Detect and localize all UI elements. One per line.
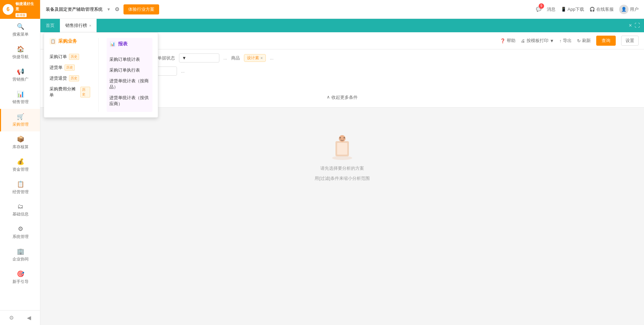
refresh-icon: ↻ <box>577 38 581 43</box>
doc-status-chevron: ▼ <box>182 55 186 60</box>
system-icon: ⚙ <box>18 225 23 233</box>
item-label: 采购订单执行表 <box>109 67 140 73</box>
doc-status-select[interactable]: ▼ <box>179 53 219 63</box>
header-gear-icon[interactable]: ⚙ <box>115 6 119 12</box>
refresh-button[interactable]: ↻ 刷新 <box>577 38 591 44</box>
basic-info-icon: 🗂 <box>17 203 24 210</box>
svg-point-0 <box>332 156 352 160</box>
sidebar-item-label: 快捷导航 <box>12 54 29 60</box>
empty-hint-2: 用[过滤]条件来缩小分析范围 <box>315 175 369 181</box>
dropdown-cols: 📋 采购业务 采购订单 历史 进货单 历史 进货退货 历史 采购费用分摊单 历史 <box>49 38 152 112</box>
sidebar-item-sales[interactable]: 📊 销售管理 <box>0 86 40 109</box>
header-app-download[interactable]: 📱 App下载 <box>561 6 584 12</box>
tabs-bar: 首页 销售排行榜 × × ⛶ <box>40 19 644 32</box>
dropdown-item-return[interactable]: 进货退货 历史 <box>49 73 90 84</box>
online-service-label: 在线客服 <box>596 6 614 12</box>
sidebar-item-inventory[interactable]: 📦 库存核算 <box>0 131 40 154</box>
tab-close-all-icon[interactable]: × <box>629 23 632 29</box>
export-label: 导出 <box>563 38 572 44</box>
tab-close-icon[interactable]: × <box>89 24 91 28</box>
sales-icon: 📊 <box>17 90 24 98</box>
help-button[interactable]: ❓ 帮助 <box>500 38 515 44</box>
dropdown-menu: 📋 采购业务 采购订单 历史 进货单 历史 进货退货 历史 采购费用分摊单 历史 <box>44 32 158 118</box>
history-badge-3: 历史 <box>80 87 90 97</box>
svg-point-4 <box>339 137 341 138</box>
template-print-label: 按模板打印 <box>527 38 548 44</box>
tab-home-label: 首页 <box>46 23 55 29</box>
tab-sales-rank-label: 销售排行榜 <box>65 23 87 29</box>
svg-point-5 <box>344 137 345 138</box>
settings-button[interactable]: 设置 <box>621 36 639 46</box>
sidebar-item-quick-nav[interactable]: 🏠 快捷导航 <box>0 41 40 64</box>
sidebar-item-label: 经营管理 <box>12 189 29 195</box>
sidebar-item-marketing[interactable]: 📢 营销推广 <box>0 64 40 86</box>
dropdown-item-order-exec[interactable]: 采购订单执行表 <box>109 65 150 76</box>
item-label: 进货退货 <box>49 75 67 81</box>
header-message[interactable]: 💬 9 消息 <box>536 6 556 12</box>
sidebar-item-label: 库存核算 <box>12 144 29 150</box>
dropdown-report-col: 📊 报表 采购订单统计表 采购订单执行表 进货单统计表（按商品） 进货单统计表（… <box>107 38 153 112</box>
purchase-col-title: 采购业务 <box>58 38 77 44</box>
sidebar: 6 畅捷通好生意 标准版 🔍 搜索菜单 🏠 快捷导航 📢 营销推广 📊 销售管理… <box>0 0 40 325</box>
sidebar-item-label: 销售管理 <box>12 99 29 105</box>
doc-status-dots[interactable]: ... <box>223 55 227 60</box>
sidebar-item-system[interactable]: ⚙ 系统管理 <box>0 221 40 244</box>
message-badge: 9 <box>539 3 544 9</box>
dropdown-item-order-stat[interactable]: 采购订单统计表 <box>109 54 150 65</box>
sidebar-item-enterprise[interactable]: 🏢 企业协同 <box>0 244 40 266</box>
marketing-icon: 📢 <box>17 68 24 75</box>
tab-home[interactable]: 首页 <box>40 19 60 32</box>
logo-text: 畅捷通好生意 标准版 <box>15 1 37 17</box>
report-col-icon: 📊 <box>109 41 116 47</box>
salesman-dots[interactable]: ... <box>181 69 185 74</box>
purchase-icon: 🛒 <box>17 113 24 120</box>
export-button[interactable]: ↑ 导出 <box>560 38 572 44</box>
header-right: 💬 9 消息 📱 App下载 🎧 在线客服 👤 用户 <box>536 5 639 14</box>
report-col-title: 报表 <box>118 41 128 47</box>
dropdown-purchase-header: 📋 采购业务 <box>49 38 90 47</box>
query-button[interactable]: 查询 <box>596 36 616 46</box>
inventory-icon: 📦 <box>17 135 24 143</box>
sidebar-collapse-button[interactable]: ◀ <box>27 315 31 321</box>
tab-sales-rank[interactable]: 销售排行榜 × <box>60 19 97 32</box>
logo-icon: 6 <box>3 4 13 15</box>
dropdown-item-purchase-order[interactable]: 采购订单 历史 <box>49 51 90 62</box>
sidebar-item-operations[interactable]: 📋 经营管理 <box>0 176 40 199</box>
dropdown-item-incoming[interactable]: 进货单 历史 <box>49 62 90 73</box>
item-label: 进货单统计表（按商品） <box>109 78 150 90</box>
dropdown-item-fee[interactable]: 采购费用分摊单 历史 <box>49 84 90 100</box>
empty-hint-1: 请先选择要分析的方案 <box>320 165 364 171</box>
sidebar-item-purchase[interactable]: 🛒 采购管理 <box>0 109 40 131</box>
sidebar-item-search[interactable]: 🔍 搜索菜单 <box>0 19 40 41</box>
sidebar-footer: ⚙ ◀ <box>0 310 40 325</box>
sidebar-item-label: 营销推广 <box>12 77 29 82</box>
header-dropdown-arrow[interactable]: ▼ <box>107 7 111 12</box>
goods-dots[interactable]: ... <box>270 55 274 60</box>
header-industry-button[interactable]: 体验行业方案 <box>123 4 159 14</box>
sidebar-item-label: 新手引导 <box>12 279 29 285</box>
sidebar-logo: 6 畅捷通好生意 标准版 <box>0 0 40 19</box>
goods-tag[interactable]: 设计素 × <box>244 54 266 62</box>
phone-icon: 📱 <box>561 7 566 12</box>
operations-icon: 📋 <box>17 180 24 188</box>
sidebar-item-basic-info[interactable]: 🗂 基础信息 <box>0 199 40 221</box>
template-print-button[interactable]: 🖨 按模板打印 ▼ <box>521 38 554 44</box>
header-user[interactable]: 👤 用户 <box>619 5 639 14</box>
doc-status-label: 单据状态 <box>157 55 175 61</box>
header-online-service[interactable]: 🎧 在线客服 <box>589 6 614 12</box>
avatar: 👤 <box>619 5 629 14</box>
sidebar-settings-button[interactable]: ⚙ <box>9 315 14 321</box>
message-label: 消息 <box>547 6 556 12</box>
goods-tag-close-icon[interactable]: × <box>260 56 263 60</box>
sidebar-item-guide[interactable]: 🎯 新手引导 <box>0 266 40 289</box>
tabs-right: × ⛶ <box>629 23 644 29</box>
enterprise-icon: 🏢 <box>17 248 24 255</box>
finance-icon: 💰 <box>17 158 24 165</box>
tab-fullscreen-icon[interactable]: ⛶ <box>635 23 640 29</box>
refresh-label: 刷新 <box>582 38 591 44</box>
sidebar-item-finance[interactable]: 💰 资金管理 <box>0 154 40 176</box>
dropdown-item-incoming-supplier[interactable]: 进货单统计表（按供应商） <box>109 92 150 109</box>
dropdown-purchase-col: 📋 采购业务 采购订单 历史 进货单 历史 进货退货 历史 采购费用分摊单 历史 <box>49 38 90 112</box>
print-icon: 🖨 <box>521 38 525 43</box>
dropdown-item-incoming-goods[interactable]: 进货单统计表（按商品） <box>109 76 150 92</box>
